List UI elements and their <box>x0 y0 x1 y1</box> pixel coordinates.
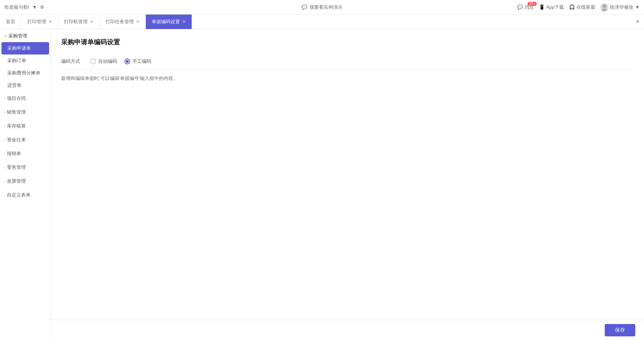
tab-print-task-mgmt[interactable]: 打印任务管理 ✕ <box>100 15 146 29</box>
radio-group: 自动编码 手工编码 <box>90 58 151 65</box>
sidebar-item-custom-form[interactable]: › 自定义表单 <box>0 188 51 202</box>
center-text[interactable]: 我要看实例演示 <box>309 4 343 11</box>
app-download-label: App下载 <box>546 4 564 11</box>
purchase-arrow-icon: ∨ <box>4 34 7 38</box>
project-contract-arrow-icon: › <box>4 97 5 101</box>
sales-arrow-icon: › <box>4 110 5 114</box>
sidebar-group-purchase: ∨ 采购管理 采购申请单 采购订单 采购费用分摊单 进货单 <box>0 29 51 92</box>
capital-arrow-icon: › <box>4 138 5 142</box>
tabs-close-all[interactable]: ✕ <box>631 19 644 24</box>
online-service-button[interactable]: 🎧 在线客服 <box>569 4 595 11</box>
online-service-label: 在线客服 <box>576 4 595 11</box>
message-button[interactable]: 💬 消息 99+ <box>517 4 534 11</box>
tab-single-doc-code[interactable]: 单据编码设置 ✕ <box>146 15 192 29</box>
app-icon: 📱 <box>539 4 545 10</box>
tab-printer-mgmt[interactable]: 打印机管理 ✕ <box>58 15 100 29</box>
avatar <box>600 3 608 11</box>
service-icon: 🎧 <box>569 4 575 10</box>
content-inner: 采购申请单编码设置 编码方式 自动编码 手工编码 新增和编辑单据时,可以编辑'单… <box>51 29 644 320</box>
sidebar-group-purchase-title[interactable]: ∨ 采购管理 <box>0 29 51 42</box>
tab-home[interactable]: 首页 <box>0 15 21 29</box>
radio-auto-circle <box>90 58 96 64</box>
encoding-label: 编码方式 <box>61 58 83 65</box>
page-title: 采购申请单编码设置 <box>61 38 634 46</box>
inventory-arrow-icon: › <box>4 124 5 128</box>
content-footer: 保存 <box>51 320 644 340</box>
sidebar: ∨ 采购管理 采购申请单 采购订单 采购费用分摊单 进货单 › 项目合同 › 销… <box>0 29 51 340</box>
sidebar-item-purchase-expense[interactable]: 采购费用分摊单 <box>0 67 51 79</box>
sidebar-item-purchase-request[interactable]: 采购申请单 <box>1 42 49 54</box>
tab-print-mgmt[interactable]: 打印管理 ✕ <box>21 15 58 29</box>
message-badge: 99+ <box>528 2 537 6</box>
message-icon: 💬 <box>517 4 523 10</box>
save-button[interactable]: 保存 <box>605 324 635 336</box>
encoding-row: 编码方式 自动编码 手工编码 <box>61 54 634 69</box>
custom-form-arrow-icon: › <box>4 193 5 197</box>
radio-manual-circle <box>124 58 130 64</box>
user-name: 徐泽华修改 <box>610 4 633 11</box>
top-bar-left: 给老板勾勒! ▼ ⚙ <box>4 4 44 11</box>
tabs-bar: 首页 打印管理 ✕ 打印机管理 ✕ 打印任务管理 ✕ 单据编码设置 ✕ ✕ <box>0 15 644 29</box>
content-area: 采购申请单编码设置 编码方式 自动编码 手工编码 新增和编辑单据时,可以编辑'单… <box>51 29 644 340</box>
sidebar-item-returns[interactable]: › 报销单 <box>0 147 51 161</box>
top-bar: 给老板勾勒! ▼ ⚙ 💬 我要看实例演示 💬 消息 99+ 📱 App下载 🎧 … <box>0 0 644 15</box>
sidebar-item-inventory[interactable]: › 库存核算 <box>0 119 51 133</box>
radio-auto-label: 自动编码 <box>98 58 117 65</box>
retail-arrow-icon: › <box>4 166 5 170</box>
tab-close-print-task[interactable]: ✕ <box>136 19 140 24</box>
radio-manual-encoding[interactable]: 手工编码 <box>124 58 151 65</box>
sidebar-item-stock-in[interactable]: 进货单 <box>0 79 51 92</box>
sidebar-item-sales-mgmt[interactable]: › 销售管理 <box>0 105 51 119</box>
demo-icon: 💬 <box>301 4 307 10</box>
tab-close-printer-mgmt[interactable]: ✕ <box>90 19 93 24</box>
radio-auto-encoding[interactable]: 自动编码 <box>90 58 117 65</box>
tab-close-single-doc[interactable]: ✕ <box>182 19 186 24</box>
sidebar-item-capital[interactable]: › 资金往来 <box>0 133 51 147</box>
top-bar-center: 💬 我要看实例演示 <box>301 4 343 11</box>
sidebar-item-purchase-order[interactable]: 采购订单 <box>0 54 51 67</box>
svg-point-0 <box>603 4 606 8</box>
dropdown-icon[interactable]: ▼ <box>32 4 37 10</box>
user-dropdown-icon: ▼ <box>635 4 640 10</box>
main-layout: ∨ 采购管理 采购申请单 采购订单 采购费用分摊单 进货单 › 项目合同 › 销… <box>0 29 644 340</box>
sidebar-item-invoice-mgmt[interactable]: › 发票管理 <box>0 174 51 188</box>
app-download-button[interactable]: 📱 App下载 <box>539 4 564 11</box>
invoice-arrow-icon: › <box>4 179 5 183</box>
hint-text: 新增和编辑单据时,可以编辑'单据编号'输入框中的内容。 <box>61 75 634 82</box>
tab-close-print-mgmt[interactable]: ✕ <box>48 19 52 24</box>
svg-point-1 <box>601 9 607 11</box>
returns-arrow-icon: › <box>4 152 5 156</box>
sidebar-item-project-contract[interactable]: › 项目合同 <box>0 92 51 105</box>
radio-manual-label: 手工编码 <box>132 58 151 65</box>
logo-text: 给老板勾勒! <box>4 4 29 11</box>
top-bar-right: 💬 消息 99+ 📱 App下载 🎧 在线客服 徐泽华修改 ▼ <box>517 3 640 11</box>
sidebar-item-retail-mgmt[interactable]: › 零售管理 <box>0 161 51 174</box>
settings-icon[interactable]: ⚙ <box>40 4 44 10</box>
user-area[interactable]: 徐泽华修改 ▼ <box>600 3 640 11</box>
